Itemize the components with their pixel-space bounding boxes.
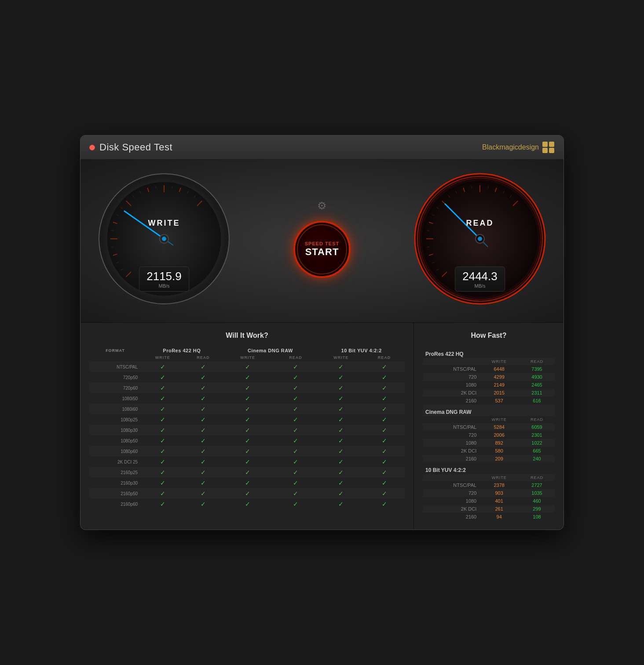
check-cell: ✓ xyxy=(273,457,318,467)
read-value: 2727 xyxy=(519,481,555,489)
write-gauge: WRITE 2115.9 MB/s xyxy=(98,173,230,305)
check-cell: ✓ xyxy=(273,404,318,414)
check-cell: ✓ xyxy=(318,393,364,404)
check-icon: ✓ xyxy=(160,479,165,486)
check-cell: ✓ xyxy=(184,393,223,404)
read-value: 4930 xyxy=(519,373,555,381)
write-value: 2378 xyxy=(479,481,519,489)
row-label: 2K DCI xyxy=(423,389,479,397)
check-cell: ✓ xyxy=(184,414,223,425)
table-row: 2K DCI 25✓✓✓✓✓✓ xyxy=(89,457,405,467)
data-row: 2160209240 xyxy=(423,455,555,463)
check-cell: ✓ xyxy=(273,488,318,499)
check-icon: ✓ xyxy=(293,448,298,455)
write-value: 5284 xyxy=(479,423,519,431)
check-icon: ✓ xyxy=(245,469,250,476)
table-row: 2160p25✓✓✓✓✓✓ xyxy=(89,467,405,478)
check-cell: ✓ xyxy=(273,446,318,457)
read-value: 2465 xyxy=(519,381,555,389)
close-button[interactable] xyxy=(89,145,95,150)
check-icon: ✓ xyxy=(338,437,344,444)
check-icon: ✓ xyxy=(338,501,344,508)
data-row: 7209031035 xyxy=(423,489,555,497)
format-cell: 1080i50 xyxy=(89,393,141,404)
col-write-2: WRITE xyxy=(223,354,273,362)
format-cell: 1080i60 xyxy=(89,404,141,414)
sub-header-row: WRITEREAD xyxy=(423,416,555,423)
check-icon: ✓ xyxy=(382,469,387,476)
check-icon: ✓ xyxy=(245,395,250,402)
check-icon: ✓ xyxy=(160,427,165,434)
row-label: 720 xyxy=(423,489,479,497)
check-cell: ✓ xyxy=(184,478,223,488)
check-icon: ✓ xyxy=(201,406,206,413)
col-read-2: READ xyxy=(273,354,318,362)
write-value: 2015 xyxy=(479,389,519,397)
col-format: FORMAT xyxy=(89,347,141,354)
write-value: 209 xyxy=(479,455,519,463)
check-cell: ✓ xyxy=(184,488,223,499)
data-row: 2160537616 xyxy=(423,397,555,405)
write-value: 892 xyxy=(479,439,519,447)
check-cell: ✓ xyxy=(223,478,273,488)
read-value: 2311 xyxy=(519,389,555,397)
check-icon: ✓ xyxy=(160,363,165,370)
settings-icon[interactable]: ⚙ xyxy=(317,200,327,212)
read-value: 7395 xyxy=(519,365,555,373)
check-cell: ✓ xyxy=(273,362,318,372)
check-cell: ✓ xyxy=(184,499,223,509)
table-row: 2160p30✓✓✓✓✓✓ xyxy=(89,478,405,488)
check-icon: ✓ xyxy=(338,458,344,465)
check-cell: ✓ xyxy=(364,457,405,467)
col-read-3: READ xyxy=(364,354,405,362)
check-cell: ✓ xyxy=(141,478,184,488)
check-icon: ✓ xyxy=(245,374,250,381)
data-row: 108021492465 xyxy=(423,381,555,389)
check-cell: ✓ xyxy=(184,435,223,446)
check-icon: ✓ xyxy=(160,458,165,465)
col-write-1: WRITE xyxy=(141,354,184,362)
check-cell: ✓ xyxy=(223,499,273,509)
app-window: Disk Speed Test Blackmagicdesign xyxy=(80,135,564,530)
sub-header-cell: READ xyxy=(519,474,555,481)
codec-header-row: ProRes 422 HQ xyxy=(423,347,555,358)
start-button[interactable]: SPEED TEST START xyxy=(293,221,351,278)
data-row: 216094108 xyxy=(423,513,555,521)
check-icon: ✓ xyxy=(338,479,344,486)
check-icon: ✓ xyxy=(338,416,344,423)
check-icon: ✓ xyxy=(245,406,250,413)
format-cell: 1080p60 xyxy=(89,446,141,457)
check-icon: ✓ xyxy=(382,384,387,391)
check-cell: ✓ xyxy=(364,414,405,425)
data-row: 2K DCI580665 xyxy=(423,447,555,455)
center-controls: ⚙ SPEED TEST START xyxy=(293,200,351,278)
check-cell: ✓ xyxy=(273,467,318,478)
write-value: 903 xyxy=(479,489,519,497)
check-cell: ✓ xyxy=(223,446,273,457)
check-cell: ✓ xyxy=(223,393,273,404)
check-cell: ✓ xyxy=(364,467,405,478)
format-cell: 2160p25 xyxy=(89,467,141,478)
check-icon: ✓ xyxy=(160,384,165,391)
title-bar-left: Disk Speed Test xyxy=(89,142,172,153)
check-icon: ✓ xyxy=(382,479,387,486)
svg-text:WRITE: WRITE xyxy=(148,219,180,227)
read-value: 665 xyxy=(519,447,555,455)
check-cell: ✓ xyxy=(318,488,364,499)
table-row: 1080p60✓✓✓✓✓✓ xyxy=(89,446,405,457)
table-row: 1080p25✓✓✓✓✓✓ xyxy=(89,414,405,425)
check-cell: ✓ xyxy=(364,478,405,488)
check-icon: ✓ xyxy=(293,384,298,391)
check-icon: ✓ xyxy=(338,363,344,370)
check-cell: ✓ xyxy=(141,372,184,383)
write-value: 2149 xyxy=(479,381,519,389)
will-it-work-table: FORMAT ProRes 422 HQ Cinema DNG RAW 10 B… xyxy=(89,347,405,509)
check-cell: ✓ xyxy=(318,362,364,372)
write-value: 261 xyxy=(479,505,519,513)
check-icon: ✓ xyxy=(201,374,206,381)
check-cell: ✓ xyxy=(318,478,364,488)
how-fast-table: ProRes 422 HQWRITEREADNTSC/PAL6448739572… xyxy=(423,347,555,521)
check-cell: ✓ xyxy=(223,435,273,446)
check-icon: ✓ xyxy=(201,416,206,423)
check-icon: ✓ xyxy=(245,384,250,391)
